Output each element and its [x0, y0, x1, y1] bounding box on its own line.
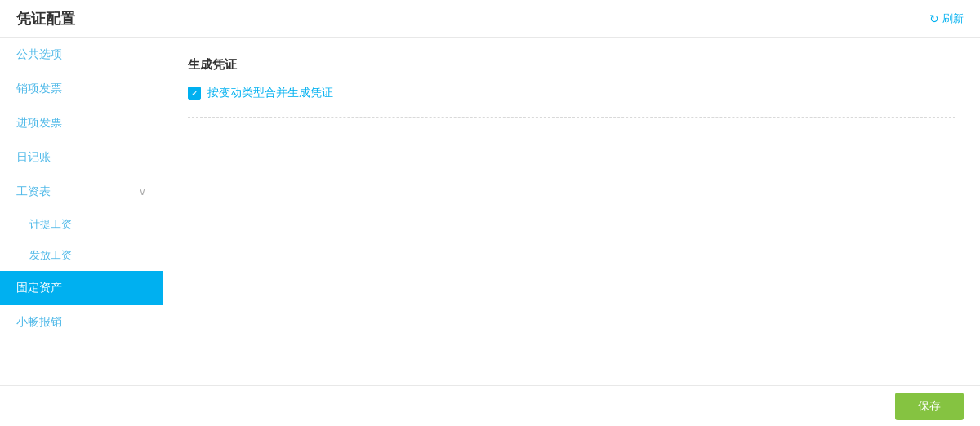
save-button[interactable]: 保存: [895, 393, 964, 420]
sidebar-item-public-options[interactable]: 公共选项: [0, 38, 163, 72]
sidebar: 公共选项 销项发票 进项发票 日记账 工资表 ∨ 计提工资 发放工资 固定资: [0, 38, 163, 385]
sidebar-item-journal[interactable]: 日记账: [0, 140, 163, 175]
checkmark-icon: ✓: [191, 89, 198, 98]
main-content: 生成凭证 ✓ 按变动类型合并生成凭证: [163, 38, 980, 385]
refresh-icon: ↻: [929, 12, 939, 25]
merge-checkbox[interactable]: ✓: [188, 87, 201, 100]
refresh-button[interactable]: ↻ 刷新: [929, 11, 964, 26]
sidebar-item-sales-invoice[interactable]: 销项发票: [0, 72, 163, 106]
sidebar-item-payroll-table[interactable]: 工资表 ∨: [0, 175, 163, 209]
refresh-label: 刷新: [942, 11, 964, 26]
footer: 保存: [0, 385, 980, 426]
chevron-down-icon: ∨: [139, 186, 146, 197]
checkbox-label: 按变动类型合并生成凭证: [207, 86, 333, 100]
section-divider: [188, 117, 956, 118]
sidebar-item-fixed-assets[interactable]: 固定资产: [0, 271, 163, 305]
sidebar-item-purchase-invoice[interactable]: 进项发票: [0, 106, 163, 140]
checkbox-row: ✓ 按变动类型合并生成凭证: [188, 86, 956, 100]
sidebar-item-expense[interactable]: 小畅报销: [0, 305, 163, 339]
sidebar-item-pay-salary[interactable]: 发放工资: [0, 240, 163, 271]
page-title: 凭证配置: [16, 9, 75, 29]
sidebar-item-accrual-salary[interactable]: 计提工资: [0, 209, 163, 240]
section-title: 生成凭证: [188, 57, 956, 73]
